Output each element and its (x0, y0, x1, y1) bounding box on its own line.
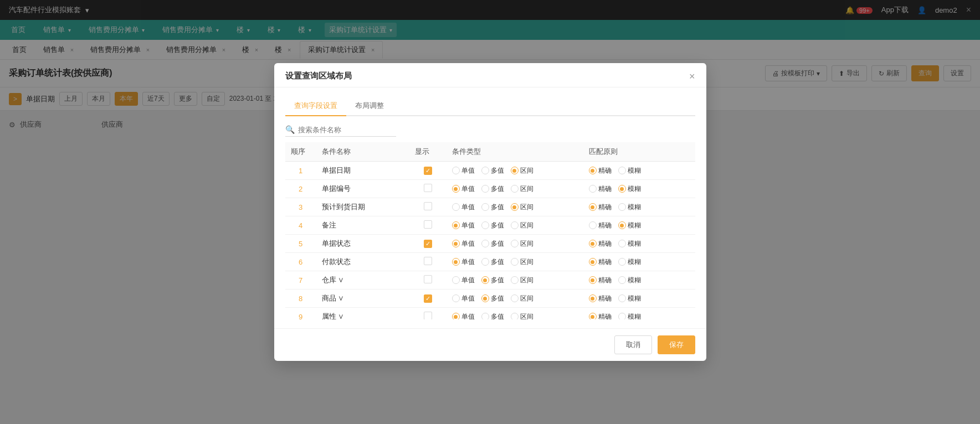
display-checkbox[interactable] (424, 312, 432, 319)
type-radio-item[interactable]: 区间 (511, 221, 533, 230)
match-radio-group: 精确模糊 (589, 166, 690, 175)
type-radio-item[interactable]: 区间 (511, 166, 533, 175)
match-radio-item[interactable]: 精确 (589, 312, 612, 320)
type-radio-item[interactable]: 单值 (452, 312, 475, 320)
radio-dot-icon (481, 313, 489, 319)
row-condition-name: 单据日期 (316, 162, 409, 180)
type-radio-item[interactable]: 多值 (481, 294, 504, 303)
type-radio-item[interactable]: 单值 (452, 221, 475, 230)
radio-dot-icon (452, 185, 460, 193)
radio-dot-icon (618, 294, 626, 302)
display-checkbox[interactable] (424, 167, 432, 175)
radio-dot-icon (618, 276, 626, 284)
display-checkbox[interactable] (424, 257, 432, 265)
radio-dot-icon (452, 167, 460, 174)
radio-dot-icon (618, 240, 626, 247)
radio-dot-icon (589, 258, 597, 266)
radio-dot-icon (618, 221, 626, 229)
type-radio-group: 单值多值区间 (452, 239, 578, 249)
type-radio-item[interactable]: 区间 (511, 312, 533, 320)
row-condition-name: 备注 (316, 216, 409, 235)
display-checkbox[interactable] (424, 275, 432, 283)
match-radio-item[interactable]: 模糊 (618, 184, 641, 194)
tab-layout-adjust[interactable]: 布局调整 (346, 96, 393, 116)
type-radio-item[interactable]: 区间 (511, 239, 533, 249)
row-order: 4 (285, 216, 316, 235)
table-row: 3预计到货日期单值多值区间精确模糊 (285, 198, 695, 216)
table-scroll-container: 顺序 条件名称 显示 条件类型 匹配原则 1单据日期单值多值区间精确模糊2单据编… (285, 142, 695, 319)
radio-dot-icon (589, 313, 597, 319)
display-checkbox[interactable] (424, 184, 432, 192)
row-condition-name: 单据状态 (316, 235, 409, 253)
radio-dot-icon (511, 203, 519, 211)
row-order: 1 (285, 162, 316, 180)
settings-table: 顺序 条件名称 显示 条件类型 匹配原则 1单据日期单值多值区间精确模糊2单据编… (285, 142, 695, 319)
type-radio-item[interactable]: 单值 (452, 276, 475, 285)
type-radio-item[interactable]: 单值 (452, 257, 475, 267)
type-radio-item[interactable]: 区间 (511, 257, 533, 267)
match-radio-item[interactable]: 模糊 (618, 203, 641, 212)
row-order: 9 (285, 308, 316, 320)
row-condition-name: 商品 ∨ (316, 289, 409, 308)
table-row: 1单据日期单值多值区间精确模糊 (285, 162, 695, 180)
tab-query-field-settings[interactable]: 查询字段设置 (285, 96, 346, 116)
display-checkbox[interactable] (424, 294, 432, 303)
radio-dot-icon (481, 258, 489, 266)
match-radio-item[interactable]: 精确 (589, 221, 612, 230)
match-radio-item[interactable]: 模糊 (618, 276, 641, 285)
search-input[interactable] (298, 126, 396, 134)
type-radio-item[interactable]: 多值 (481, 221, 504, 230)
display-checkbox[interactable] (424, 202, 432, 210)
match-radio-item[interactable]: 模糊 (618, 257, 641, 267)
type-radio-item[interactable]: 多值 (481, 203, 504, 212)
match-radio-group: 精确模糊 (589, 257, 690, 267)
row-condition-name: 仓库 ∨ (316, 271, 409, 289)
radio-dot-icon (618, 185, 626, 193)
table-body: 1单据日期单值多值区间精确模糊2单据编号单值多值区间精确模糊3预计到货日期单值多… (285, 162, 695, 320)
radio-dot-icon (481, 221, 489, 229)
type-radio-item[interactable]: 多值 (481, 312, 504, 320)
match-radio-item[interactable]: 精确 (589, 257, 612, 267)
table-row: 4备注单值多值区间精确模糊 (285, 216, 695, 235)
type-radio-item[interactable]: 区间 (511, 276, 533, 285)
match-radio-item[interactable]: 精确 (589, 239, 612, 249)
match-radio-item[interactable]: 模糊 (618, 312, 641, 320)
match-radio-item[interactable]: 模糊 (618, 221, 641, 230)
match-radio-item[interactable]: 精确 (589, 184, 612, 194)
dialog-title: 设置查询区域布局 (285, 71, 352, 81)
type-radio-item[interactable]: 单值 (452, 239, 475, 249)
radio-dot-icon (511, 313, 519, 319)
dialog-close-icon[interactable]: × (689, 71, 695, 81)
type-radio-item[interactable]: 多值 (481, 239, 504, 249)
radio-dot-icon (618, 167, 626, 174)
match-radio-group: 精确模糊 (589, 312, 690, 320)
dialog-search-bar: 🔍 (285, 123, 396, 137)
type-radio-item[interactable]: 区间 (511, 203, 533, 212)
display-checkbox[interactable] (424, 220, 432, 229)
radio-dot-icon (589, 203, 597, 211)
type-radio-item[interactable]: 单值 (452, 294, 475, 303)
type-radio-item[interactable]: 单值 (452, 166, 475, 175)
match-radio-item[interactable]: 精确 (589, 203, 612, 212)
display-checkbox[interactable] (424, 240, 432, 248)
row-condition-name: 属性 ∨ (316, 308, 409, 320)
radio-dot-icon (618, 258, 626, 266)
match-radio-item[interactable]: 模糊 (618, 166, 641, 175)
match-radio-item[interactable]: 模糊 (618, 239, 641, 249)
match-radio-item[interactable]: 精确 (589, 294, 612, 303)
radio-dot-icon (511, 240, 519, 247)
type-radio-item[interactable]: 多值 (481, 276, 504, 285)
type-radio-item[interactable]: 区间 (511, 184, 533, 194)
match-radio-item[interactable]: 精确 (589, 166, 612, 175)
type-radio-item[interactable]: 单值 (452, 203, 475, 212)
type-radio-item[interactable]: 多值 (481, 166, 504, 175)
radio-dot-icon (511, 294, 519, 302)
radio-dot-icon (452, 221, 460, 229)
type-radio-item[interactable]: 多值 (481, 257, 504, 267)
type-radio-item[interactable]: 区间 (511, 294, 533, 303)
type-radio-item[interactable]: 多值 (481, 184, 504, 194)
match-radio-group: 精确模糊 (589, 203, 690, 212)
match-radio-item[interactable]: 模糊 (618, 294, 641, 303)
type-radio-item[interactable]: 单值 (452, 184, 475, 194)
match-radio-item[interactable]: 精确 (589, 276, 612, 285)
